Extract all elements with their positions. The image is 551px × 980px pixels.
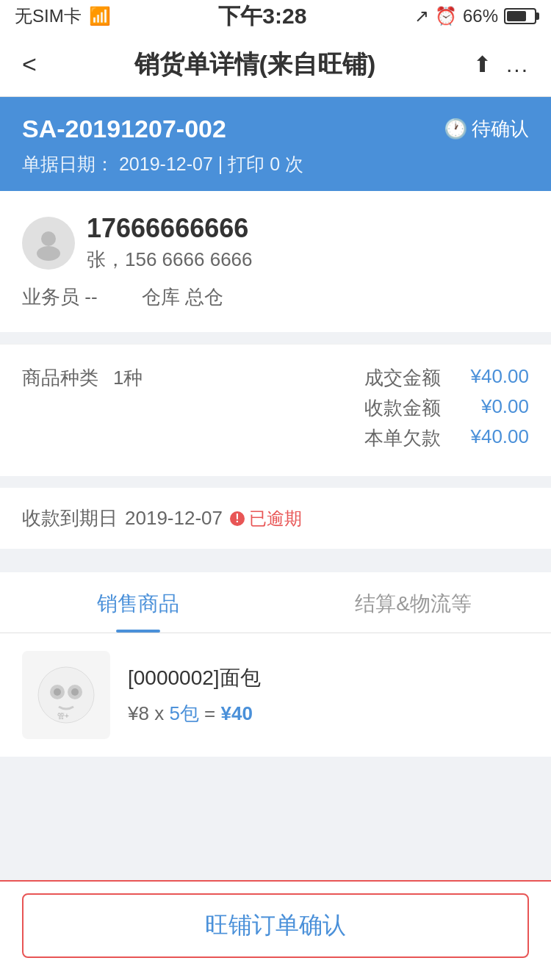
received-value: ¥0.00 <box>455 395 529 421</box>
salesperson-field: 业务员 -- <box>22 284 98 310</box>
summary-right: 成交金额 ¥40.00 收款金额 ¥0.00 本单欠款 ¥40.00 <box>364 365 529 455</box>
summary-section: 商品种类 1种 成交金额 ¥40.00 收款金额 ¥0.00 本单欠款 ¥40.… <box>0 345 551 476</box>
received-row: 收款金额 ¥0.00 <box>364 395 529 421</box>
order-date: 2019-12-07 <box>119 154 213 174</box>
tabs-section: 销售商品 结算&物流等 <box>0 572 551 633</box>
product-type-label: 商品种类 <box>22 365 98 391</box>
battery-icon <box>504 8 536 24</box>
overdue-text: 已逾期 <box>249 507 302 530</box>
tab-sales-products[interactable]: 销售商品 <box>0 572 276 633</box>
svg-point-5 <box>54 688 61 696</box>
unit-price: ¥8 <box>128 702 149 724</box>
tabs-header: 销售商品 结算&物流等 <box>0 572 551 633</box>
amount-value: ¥40.00 <box>455 365 529 391</box>
owed-label: 本单欠款 <box>364 425 441 451</box>
product-thumbnail: 管+ <box>22 651 110 739</box>
status-bar-right: ↗ ⏰ 66% <box>414 6 536 26</box>
more-icon[interactable]: ... <box>506 52 529 77</box>
customer-meta: 业务员 -- 仓库 总仓 <box>22 284 529 310</box>
owed-value: ¥40.00 <box>455 425 529 451</box>
overdue-icon: ! <box>230 511 245 526</box>
svg-point-1 <box>37 246 60 261</box>
nav-right: ⬆ ... <box>473 51 529 77</box>
multiply-icon: x <box>154 702 164 724</box>
amount-label: 成交金额 <box>364 365 441 391</box>
carrier-label: 无SIM卡 <box>15 4 82 28</box>
share-icon[interactable]: ⬆ <box>473 51 491 77</box>
product-item: 管+ [0000002]面包 ¥8 x 5包 = ¥40 <box>22 651 529 739</box>
customer-phone: 17666666666 <box>87 213 253 244</box>
amount-row: 成交金额 ¥40.00 <box>364 365 529 391</box>
warehouse-label: 仓库 <box>142 286 180 308</box>
product-type-row: 商品种类 1种 <box>22 365 364 391</box>
salesperson-label: 业务员 <box>22 286 79 308</box>
customer-info: 17666666666 张，156 6666 6666 <box>87 213 253 273</box>
due-date-value: 2019-12-07 <box>125 507 223 530</box>
alarm-icon: ⏰ <box>435 6 457 26</box>
status-bar-left: 无SIM卡 📶 <box>15 4 111 28</box>
tab-settlement[interactable]: 结算&物流等 <box>276 572 551 633</box>
back-button[interactable]: < <box>22 50 37 79</box>
customer-name: 张，156 6666 6666 <box>87 247 253 273</box>
battery-percent: 66% <box>463 6 498 26</box>
divider-2 <box>0 561 551 572</box>
header-meta: 单据日期： 2019-12-07 | 打印 0 次 <box>22 152 529 176</box>
svg-text:管+: 管+ <box>57 712 69 720</box>
confirm-btn-container: 旺铺订单确认 <box>0 880 551 980</box>
clock-icon: 🕐 <box>444 118 467 140</box>
customer-header: 17666666666 张，156 6666 6666 <box>22 213 529 273</box>
salesperson-dash: -- <box>84 286 97 308</box>
product-type-value: 1种 <box>113 365 143 391</box>
header-card-top: SA-20191207-002 🕐 待确认 <box>22 115 529 143</box>
header-card: SA-20191207-002 🕐 待确认 单据日期： 2019-12-07 |… <box>0 97 551 191</box>
status-badge: 🕐 待确认 <box>444 116 529 142</box>
product-name: [0000002]面包 <box>128 664 529 692</box>
product-qty: 5包 <box>169 702 198 724</box>
owed-row: 本单欠款 ¥40.00 <box>364 425 529 451</box>
order-id: SA-20191207-002 <box>22 115 226 143</box>
print-info: | 打印 0 次 <box>218 154 303 174</box>
confirm-order-button[interactable]: 旺铺订单确认 <box>22 893 529 958</box>
battery-fill <box>507 11 526 21</box>
avatar <box>22 217 75 270</box>
status-bar-time: 下午3:28 <box>218 1 306 32</box>
date-label: 单据日期： <box>22 154 114 174</box>
product-section: 管+ [0000002]面包 ¥8 x 5包 = ¥40 <box>0 633 551 757</box>
warehouse-name: 总仓 <box>185 286 223 308</box>
product-info: [0000002]面包 ¥8 x 5包 = ¥40 <box>128 664 529 727</box>
page-title: 销货单详情(来自旺铺) <box>134 48 376 82</box>
due-date-label: 收款到期日 <box>22 505 118 531</box>
received-label: 收款金额 <box>364 395 441 421</box>
warehouse-field: 仓库 总仓 <box>142 284 223 310</box>
summary-left: 商品种类 1种 <box>22 365 364 391</box>
due-date-section: 收款到期日 2019-12-07 ! 已逾期 <box>0 488 551 549</box>
location-icon: ↗ <box>414 6 429 26</box>
svg-point-0 <box>41 231 56 246</box>
order-status: 待确认 <box>472 116 529 142</box>
status-bar: 无SIM卡 📶 下午3:28 ↗ ⏰ 66% <box>0 0 551 32</box>
product-price: ¥8 x 5包 = ¥40 <box>128 701 529 727</box>
product-total: ¥40 <box>221 702 253 724</box>
nav-bar: < 销货单详情(来自旺铺) ⬆ ... <box>0 32 551 97</box>
equals-icon: = <box>204 702 215 724</box>
svg-point-6 <box>71 688 79 696</box>
overdue-badge: ! 已逾期 <box>230 507 302 530</box>
customer-section: 17666666666 张，156 6666 6666 业务员 -- 仓库 总仓 <box>0 191 551 332</box>
wifi-icon: 📶 <box>89 6 111 26</box>
